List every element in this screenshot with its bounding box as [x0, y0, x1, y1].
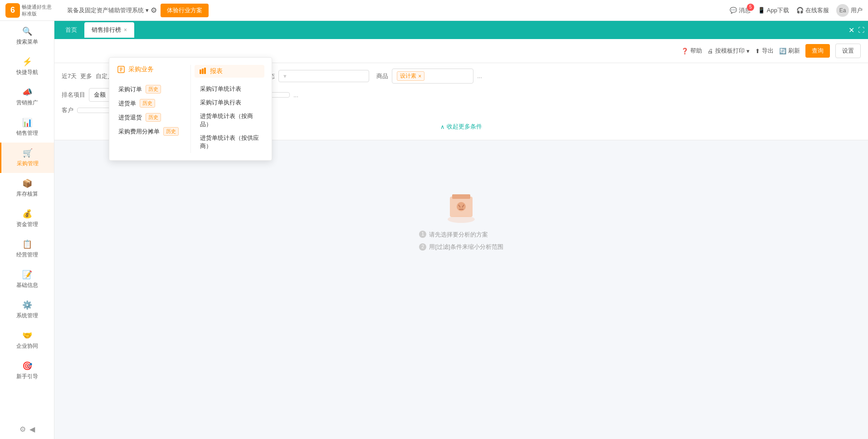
- logo-icon: 6: [5, 3, 20, 18]
- topbar-right: 💬 消息 5 📱 App下载 🎧 在线客服 Ea 用户: [730, 4, 863, 17]
- purchase-dropdown-menu: 采购业务 采购订单 历史 进货单 历史 进货退货 历史: [109, 57, 272, 161]
- sidebar-item-inventory[interactable]: 📦 库存核算: [0, 173, 54, 203]
- date-shortcut-7days[interactable]: 近7天: [62, 72, 77, 80]
- headset-icon: 🎧: [796, 7, 804, 14]
- step1-num: 1: [419, 231, 426, 238]
- tabbar: 首页 销售排行榜 × ✕ ⛶: [54, 21, 868, 39]
- avatar: Ea: [836, 4, 849, 17]
- logo-text: 畅捷通好生意 标准版: [22, 4, 52, 17]
- sidebar-item-finance[interactable]: 💰 资金管理: [0, 203, 54, 234]
- doc-status-input[interactable]: ▾: [278, 70, 369, 82]
- clipboard-icon: 📋: [22, 239, 32, 249]
- print-btn[interactable]: 🖨 按模板打印 ▾: [707, 47, 750, 55]
- svg-rect-11: [200, 69, 201, 74]
- money-icon: 💰: [22, 209, 32, 219]
- refresh-icon: 🔄: [779, 48, 786, 54]
- message-btn[interactable]: 💬 消息 5: [730, 6, 751, 15]
- print-icon: 🖨: [707, 48, 713, 54]
- sidebar-item-sales[interactable]: 📊 销售管理: [0, 112, 54, 143]
- tabbar-close-icon[interactable]: ✕: [848, 26, 854, 35]
- print-dropdown-icon[interactable]: ▾: [746, 48, 750, 54]
- collapse-up-icon: ∧: [440, 123, 445, 130]
- flash-icon: ⚡: [22, 57, 32, 67]
- empty-state: 1 请先选择要分析的方案 2 用[过滤]条件来缩小分析范围: [54, 140, 868, 299]
- export-btn[interactable]: ⬆ 导出: [755, 47, 774, 55]
- sidebar-item-quick[interactable]: ⚡ 快捷导航: [0, 51, 54, 82]
- tab-close-icon[interactable]: ×: [124, 27, 127, 33]
- logo: 6 畅捷通好生意 标准版: [5, 3, 60, 18]
- user-btn[interactable]: Ea 用户: [836, 4, 863, 17]
- menu-item-incoming-stat-goods[interactable]: 进货单统计表（按商品）: [198, 109, 264, 131]
- menu-item-purchase-order-stat[interactable]: 采购订单统计表: [198, 82, 264, 96]
- help-icon: ❓: [681, 48, 688, 54]
- incoming-badge: 历史: [140, 99, 155, 108]
- phone-icon: 📱: [758, 7, 765, 14]
- menu-item-expense[interactable]: 采购费用分摊单 历史: [117, 124, 190, 138]
- layout: 🔍 搜索菜单 ⚡ 快捷导航 📣 营销推广 📊 销售管理 🛒 采购管理 📦 库存核…: [0, 21, 868, 439]
- sidebar: 🔍 搜索菜单 ⚡ 快捷导航 📣 营销推广 📊 销售管理 🛒 采购管理 📦 库存核…: [0, 21, 54, 439]
- menu-item-incoming[interactable]: 进货单 历史: [117, 96, 190, 110]
- chart-icon: 📊: [22, 118, 32, 128]
- message-badge: 5: [747, 4, 754, 11]
- menu-item-purchase-order[interactable]: 采购订单 历史: [117, 82, 190, 96]
- goods-dots[interactable]: ...: [477, 73, 482, 79]
- sidebar-item-purchase[interactable]: 🛒 采购管理: [0, 143, 54, 173]
- settings-btn[interactable]: 设置: [835, 44, 861, 58]
- sidebar-item-corp[interactable]: 🤝 企业协同: [0, 325, 54, 355]
- system-dropdown-icon[interactable]: ▾: [146, 7, 149, 14]
- svg-rect-12: [202, 69, 204, 74]
- doc-icon: 📝: [22, 270, 32, 280]
- box-icon: 📦: [22, 178, 32, 188]
- message-icon: 💬: [730, 7, 737, 14]
- svg-rect-13: [204, 68, 206, 74]
- tab-sales-rank[interactable]: 销售排行榜 ×: [84, 22, 134, 38]
- export-icon: ⬆: [755, 48, 760, 54]
- svg-rect-2: [452, 194, 470, 199]
- handshake-icon: 🤝: [22, 330, 32, 340]
- help-btn[interactable]: ❓ 帮助: [681, 47, 702, 55]
- cart-icon: 🛒: [23, 148, 33, 158]
- empty-illustration: [439, 187, 484, 224]
- bottom-settings-icon[interactable]: ⚙: [20, 425, 26, 434]
- search-icon: 🔍: [22, 26, 32, 36]
- return-badge: 历史: [146, 113, 161, 122]
- sidebar-item-marketing[interactable]: 📣 营销推广: [0, 82, 54, 112]
- tab-home[interactable]: 首页: [58, 22, 84, 38]
- main-area: 首页 销售排行榜 × ✕ ⛶ ❓ 帮助 🖨 按模板打印 ▾: [54, 21, 868, 439]
- sidebar-item-basic[interactable]: 📝 基础信息: [0, 264, 54, 295]
- purchase-order-badge: 历史: [146, 85, 161, 94]
- target-icon: 🎯: [22, 361, 32, 371]
- menu-item-incoming-stat-supplier[interactable]: 进货单统计表（按供应商）: [198, 131, 264, 153]
- industry-btn[interactable]: 体验行业方案: [161, 4, 209, 17]
- filter-goods: 商品 设计素 × ...: [376, 69, 482, 84]
- sidebar-item-newbie[interactable]: 🎯 新手引导: [0, 355, 54, 386]
- tabbar-expand-icon[interactable]: ⛶: [858, 26, 864, 34]
- step2-num: 2: [419, 243, 426, 251]
- sidebar-item-system[interactable]: ⚙️ 系统管理: [0, 295, 54, 325]
- menu-item-purchase-order-exec[interactable]: 采购订单执行表: [198, 96, 264, 109]
- system-name: 装备及固定资产辅助管理系统 ▾ ⚙: [67, 6, 157, 15]
- settings-gear-icon[interactable]: ⚙: [151, 6, 157, 15]
- sidebar-item-operation[interactable]: 📋 经营管理: [0, 234, 54, 264]
- topbar: 6 畅捷通好生意 标准版 装备及固定资产辅助管理系统 ▾ ⚙ 体验行业方案 💬 …: [0, 0, 868, 21]
- goods-tag: 设计素 ×: [397, 71, 424, 81]
- gear-icon: ⚙️: [22, 300, 32, 310]
- menu-section-report: 报表 采购订单统计表 采购订单执行表 进货单统计表（按商品） 进货单统计表（按供…: [190, 65, 264, 153]
- menu-item-return[interactable]: 进货退货 历史: [117, 110, 190, 124]
- app-download-btn[interactable]: 📱 App下载: [758, 6, 789, 15]
- refresh-btn[interactable]: 🔄 刷新: [779, 47, 800, 55]
- goods-tag-remove[interactable]: ×: [418, 73, 421, 79]
- purchase-section-icon: [117, 65, 126, 74]
- service-btn[interactable]: 🎧 在线客服: [796, 6, 829, 15]
- sidebar-item-search[interactable]: 🔍 搜索菜单: [0, 21, 54, 51]
- menu-section-report-title: 报表: [195, 65, 264, 78]
- content-area: ❓ 帮助 🖨 按模板打印 ▾ ⬆ 导出 🔄 刷新 查询 设置: [54, 39, 868, 439]
- empty-text: 1 请先选择要分析的方案 2 用[过滤]条件来缩小分析范围: [419, 229, 503, 252]
- report-section-icon: [198, 67, 207, 76]
- query-btn[interactable]: 查询: [805, 44, 830, 58]
- goods-input[interactable]: 设计素 ×: [392, 69, 473, 84]
- bottom-collapse-icon[interactable]: ◀: [29, 425, 35, 434]
- menu-section-purchase-title: 采购业务: [117, 65, 190, 78]
- salesman-dots[interactable]: ...: [293, 92, 298, 99]
- date-shortcut-more[interactable]: 更多: [80, 72, 92, 80]
